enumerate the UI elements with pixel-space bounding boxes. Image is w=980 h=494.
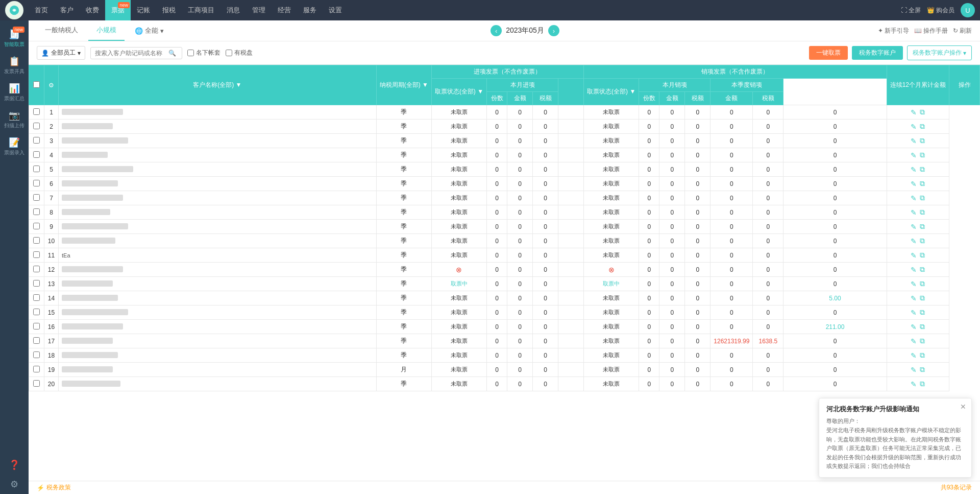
checkbox-has-taxbox-input[interactable] [226, 50, 232, 56]
copy-button[interactable]: ⧉ [920, 380, 925, 388]
row-checkbox[interactable] [33, 323, 40, 330]
nav-message[interactable]: 消息 [220, 0, 246, 20]
edit-button[interactable]: ✎ [911, 194, 917, 202]
copy-button[interactable]: ⧉ [920, 179, 925, 188]
nav-customer[interactable]: 客户 [54, 0, 80, 20]
tab-all[interactable]: 🌐 全能 ▾ [127, 21, 172, 40]
nav-home[interactable]: 首页 [29, 0, 54, 20]
select-all-checkbox[interactable] [33, 81, 40, 88]
row-checkbox[interactable] [33, 309, 40, 315]
row-checkbox[interactable] [33, 380, 40, 387]
tax-policy-label[interactable]: 税务政策 [46, 483, 71, 492]
row-checkbox[interactable] [33, 366, 40, 372]
sidebar-item-smart-invoice[interactable]: 🧾 智能取票 new [0, 25, 29, 52]
tab-small-scale[interactable]: 小规模 [88, 20, 125, 41]
row-checkbox[interactable] [33, 151, 40, 158]
edit-button[interactable]: ✎ [911, 251, 917, 260]
period-next-button[interactable]: › [548, 25, 559, 36]
digital-account-button[interactable]: 税务数字账户 [852, 46, 903, 60]
row-checkbox[interactable] [33, 351, 40, 358]
edit-button[interactable]: ✎ [911, 137, 917, 145]
edit-button[interactable]: ✎ [911, 166, 917, 174]
nav-business[interactable]: 工商项目 [182, 0, 220, 20]
nav-tax[interactable]: 报税 [156, 0, 182, 20]
copy-button[interactable]: ⧉ [920, 237, 925, 245]
tax-policy-link[interactable]: ⚡ [37, 484, 44, 491]
checkbox-subtree[interactable]: 名下帐套 [187, 49, 220, 57]
copy-button[interactable]: ⧉ [920, 322, 925, 331]
row-checkbox[interactable] [33, 251, 40, 258]
row-checkbox[interactable] [33, 337, 40, 344]
row-12month-value[interactable]: 211.00 [826, 323, 845, 331]
edit-button[interactable]: ✎ [911, 180, 917, 188]
guide-button[interactable]: ✦ 新手引导 [878, 27, 909, 35]
user-avatar[interactable]: U [961, 3, 975, 17]
fullscreen-button[interactable]: ⛶ 全屏 [901, 6, 921, 15]
row-checkbox[interactable] [33, 123, 40, 129]
sidebar-item-invoice-entry[interactable]: 📝 票据录入 [0, 133, 29, 160]
edit-button[interactable]: ✎ [911, 337, 917, 345]
copy-button[interactable]: ⧉ [920, 337, 925, 345]
copy-button[interactable]: ⧉ [920, 136, 925, 145]
edit-button[interactable]: ✎ [911, 266, 917, 274]
edit-button[interactable]: ✎ [911, 294, 917, 302]
edit-button[interactable]: ✎ [911, 366, 917, 374]
row-checkbox[interactable] [33, 237, 40, 244]
edit-button[interactable]: ✎ [911, 151, 917, 159]
edit-button[interactable]: ✎ [911, 123, 917, 131]
tab-general-taxpayer[interactable]: 一般纳税人 [37, 20, 86, 41]
row-checkbox[interactable] [33, 194, 40, 201]
copy-button[interactable]: ⧉ [920, 279, 925, 288]
sidebar-item-invoice-open[interactable]: 📋 发票开具 [0, 52, 29, 79]
notification-close-button[interactable]: ✕ [960, 403, 966, 411]
edit-button[interactable]: ✎ [911, 309, 917, 317]
row-checkbox[interactable] [33, 137, 40, 144]
checkbox-subtree-input[interactable] [187, 50, 194, 56]
edit-button[interactable]: ✎ [911, 237, 917, 245]
edit-button[interactable]: ✎ [911, 380, 917, 388]
sidebar-item-invoice-summary[interactable]: 📊 票据汇总 [0, 79, 29, 106]
copy-button[interactable]: ⧉ [920, 194, 925, 202]
row-checkbox[interactable] [33, 266, 40, 272]
copy-button[interactable]: ⧉ [920, 222, 925, 231]
member-button[interactable]: 👑 购会员 [927, 6, 954, 15]
nav-settings[interactable]: 设置 [323, 0, 348, 20]
sidebar-item-scan-upload[interactable]: 📷 扫描上传 [0, 106, 29, 133]
copy-button[interactable]: ⧉ [920, 108, 925, 116]
copy-button[interactable]: ⧉ [920, 208, 925, 217]
sidebar-item-settings[interactable]: ⚙ [7, 475, 22, 494]
edit-button[interactable]: ✎ [911, 108, 917, 116]
row-checkbox[interactable] [33, 280, 40, 287]
row-checkbox[interactable] [33, 294, 40, 301]
search-input[interactable] [95, 50, 166, 57]
row-checkbox[interactable] [33, 166, 40, 172]
copy-button[interactable]: ⧉ [920, 294, 925, 302]
copy-button[interactable]: ⧉ [920, 122, 925, 131]
period-prev-button[interactable]: ‹ [491, 25, 502, 36]
row-checkbox[interactable] [33, 223, 40, 229]
edit-button[interactable]: ✎ [911, 208, 917, 217]
nav-manage[interactable]: 管理 [246, 0, 272, 20]
employee-selector[interactable]: 👤 全部员工 ▾ [37, 46, 85, 60]
checkbox-has-taxbox[interactable]: 有税盘 [226, 49, 253, 57]
copy-button[interactable]: ⧉ [920, 351, 925, 360]
copy-button[interactable]: ⧉ [920, 265, 925, 274]
edit-button[interactable]: ✎ [911, 223, 917, 231]
nav-billing[interactable]: 收费 [80, 0, 105, 20]
copy-button[interactable]: ⧉ [920, 151, 925, 159]
refresh-button[interactable]: ↻ 刷新 [953, 27, 972, 35]
digital-account-operations-button[interactable]: 税务数字账户操作 ▾ [907, 45, 972, 60]
row-12month-value[interactable]: 5.00 [829, 295, 841, 302]
sidebar-item-help[interactable]: ❓ [7, 455, 22, 475]
edit-button[interactable]: ✎ [911, 323, 917, 331]
nav-accounting[interactable]: 记账 [131, 0, 156, 20]
nav-service[interactable]: 服务 [297, 0, 323, 20]
edit-button[interactable]: ✎ [911, 280, 917, 288]
nav-invoice[interactable]: 票据 new [105, 0, 131, 20]
nav-operation[interactable]: 经营 [272, 0, 297, 20]
copy-button[interactable]: ⧉ [920, 308, 925, 317]
one-click-get-button[interactable]: 一键取票 [809, 46, 848, 60]
row-checkbox[interactable] [33, 208, 40, 215]
manual-button[interactable]: 📖 操作手册 [914, 27, 948, 35]
row-checkbox[interactable] [33, 180, 40, 186]
